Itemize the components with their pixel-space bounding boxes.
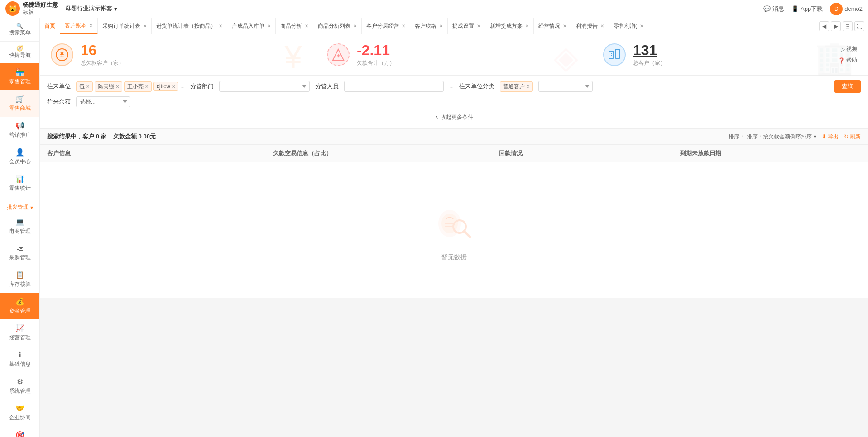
tag-close-unit-3[interactable]: ✕: [145, 84, 149, 89]
message-btn[interactable]: 💬 消息: [763, 5, 784, 13]
tab-purchase-order-stats[interactable]: 采购订单统计表 ✕: [98, 18, 152, 34]
col-header-customer: 客户信息: [47, 149, 273, 157]
tab-close-product-analysis-list[interactable]: ✕: [353, 24, 357, 28]
tab-product-analysis-list[interactable]: 商品分析列表 ✕: [313, 18, 362, 34]
tab-close-product-analysis[interactable]: ✕: [305, 24, 308, 28]
stat-bg-amount-icon: ◈: [554, 39, 578, 76]
filter-more-unit[interactable]: ...: [180, 83, 185, 90]
tab-scroll-left[interactable]: ◀: [819, 21, 829, 31]
sidebar-item-ecom[interactable]: 💻 电商管理: [0, 213, 39, 240]
stat-info-debit-customers: 16 总欠款客户（家）: [81, 43, 124, 67]
filter-select-balance[interactable]: 选择...: [76, 96, 130, 107]
tab-close-customer-ledger[interactable]: ✕: [89, 23, 93, 28]
tag-close-unit-4[interactable]: ✕: [172, 84, 175, 89]
table-header: 客户信息 欠款交易信息（占比） 回款情况 到期未放款日期: [40, 145, 868, 162]
tab-new-push-scheme[interactable]: 新增提成方案 ✕: [485, 18, 534, 34]
filter-tag-unit-class-1[interactable]: 普通客户 ✕: [500, 81, 533, 92]
tab-fullscreen[interactable]: ⛶: [854, 21, 864, 31]
tab-close-customer-tier[interactable]: ✕: [402, 24, 405, 28]
tab-profit-report[interactable]: 利润报告 ✕: [571, 18, 609, 34]
sort-selector[interactable]: 排序： 排序：按欠款金额倒序排序 ▾: [729, 133, 816, 141]
tab-close-customer-contact[interactable]: ✕: [439, 24, 443, 28]
filter-tag-unit-1[interactable]: 伍 ✕: [76, 81, 93, 92]
tab-close-purchase-order-stats[interactable]: ✕: [143, 24, 147, 28]
sidebar-item-ops[interactable]: 📈 经营管理: [0, 319, 39, 346]
table-empty: 暂无数据: [40, 162, 868, 298]
sidebar-item-marketing[interactable]: 📢 营销推广: [0, 117, 39, 143]
sidebar-search[interactable]: 🔍 搜索菜单: [0, 18, 39, 42]
tag-close-unit-class-1[interactable]: ✕: [526, 84, 530, 89]
sidebar-item-zero-retail-mgmt[interactable]: 🏪 零售管理: [0, 63, 39, 90]
tag-close-unit-2[interactable]: ✕: [115, 84, 119, 89]
sidebar-item-enterprise[interactable]: 🤝 企业协同: [0, 399, 39, 426]
stats-row: ¥ 16 总欠款客户（家） ¥ ✦: [40, 34, 868, 76]
tab-close-retail-profit[interactable]: ✕: [640, 24, 643, 28]
svg-text:¥: ¥: [60, 51, 64, 58]
tab-close-new-push-scheme[interactable]: ✕: [525, 24, 529, 28]
tag-close-unit-1[interactable]: ✕: [86, 84, 90, 89]
tab-close-purchase-in-stats[interactable]: ✕: [219, 24, 222, 28]
filter-tags-unit-class: 普通客户 ✕: [500, 81, 533, 92]
tab-ops-situation[interactable]: 经营情况 ✕: [534, 18, 571, 34]
refresh-btn[interactable]: ↻ 刷新: [844, 133, 861, 141]
stat-label-total-customers: 总客户（家）: [633, 59, 666, 67]
tab-push-settings[interactable]: 提成设置 ✕: [448, 18, 485, 34]
chevron-up-icon: ∧: [435, 114, 439, 121]
filter-tag-unit-3[interactable]: 王小亮 ✕: [124, 81, 152, 92]
tab-home[interactable]: 首页: [40, 18, 60, 34]
tab-close-push-settings[interactable]: ✕: [477, 24, 480, 28]
collapse-more-btn[interactable]: ∧ 收起更多条件: [47, 111, 861, 124]
sidebar-item-retail-stats[interactable]: 📊 零售统计: [0, 170, 39, 197]
tabbar-controls: ◀ ▶ ⊟ ⛶: [815, 21, 868, 31]
filter-tag-unit-4[interactable]: cjttcw ✕: [153, 82, 178, 91]
app-download-btn[interactable]: 📱 App下载: [791, 5, 823, 13]
sidebar-item-basic[interactable]: ℹ 基础信息: [0, 346, 39, 373]
sidebar-item-sys[interactable]: ⚙ 系统管理: [0, 373, 39, 399]
tab-product-analysis[interactable]: 商品分析 ✕: [276, 18, 313, 34]
tab-purchase-in-stats[interactable]: 进货单统计表（按商品） ✕: [152, 18, 227, 34]
tab-scroll-right[interactable]: ▶: [831, 21, 841, 31]
stat-icon-total-customers: [603, 43, 626, 66]
table-summary: 搜索结果中，客户 0 家 欠款金额 0.00元: [47, 133, 156, 141]
sidebar-group-batch[interactable]: 批发管理 ▾: [0, 201, 39, 213]
query-button[interactable]: 查询: [834, 80, 861, 93]
filter-input-person[interactable]: [344, 81, 444, 92]
tab-customer-ledger[interactable]: 客户账本 ✕: [60, 18, 98, 34]
sidebar-item-purchase[interactable]: 🛍 采购管理: [0, 240, 39, 266]
tab-close-profit-report[interactable]: ✕: [600, 24, 604, 28]
sidebar-item-finance[interactable]: 💰 资金管理: [0, 293, 39, 319]
handshake-icon: 🤝: [15, 404, 24, 413]
stat-card-total-customers: 131 总客户（家） 🏢 ▷ 视频 ❓ 帮助: [592, 34, 868, 75]
tab-customer-contact[interactable]: 客户联络 ✕: [410, 18, 448, 34]
sidebar-quick-nav[interactable]: 🧭 快捷导航: [0, 42, 39, 63]
sidebar-item-member[interactable]: 👤 会员中心: [0, 143, 39, 170]
tab-menu[interactable]: ⊟: [843, 21, 853, 31]
user-info[interactable]: D demo2: [830, 3, 863, 15]
tab-retail-profit[interactable]: 零售利润( ✕: [609, 18, 648, 34]
filter-select-dept[interactable]: [219, 81, 310, 92]
org-selector[interactable]: 母婴行业演示帐套 ▾: [62, 5, 121, 13]
sidebar-item-zero-retail-mall[interactable]: 🛒 零售商城: [0, 90, 39, 117]
logo-text: 畅捷通好生意 标版: [23, 1, 58, 16]
tab-customer-tier[interactable]: 客户分层经营 ✕: [362, 18, 410, 34]
stat-label-debit-amount: 欠款合计（万）: [357, 59, 395, 67]
stat-bg-customers-icon: 🏢: [815, 39, 854, 76]
stat-info-total-customers: 131 总客户（家）: [633, 43, 666, 67]
tab-close-produce-in[interactable]: ✕: [267, 24, 271, 28]
sidebar-item-newbie[interactable]: 🎯 新手引导: [0, 426, 39, 437]
tabbar: 首页 客户账本 ✕ 采购订单统计表 ✕ 进货单统计表（按商品） ✕ 产成品入库单…: [40, 18, 868, 34]
stat-value-total-customers: 131: [633, 43, 666, 57]
filter-tag-unit-2[interactable]: 陈民强 ✕: [95, 81, 122, 92]
tab-produce-in[interactable]: 产成品入库单 ✕: [227, 18, 276, 34]
filter-more-person[interactable]: ...: [449, 83, 454, 90]
filter-select-unit-class[interactable]: [538, 81, 593, 92]
export-btn[interactable]: ⬇ 导出: [822, 133, 839, 141]
search-icon: 🔍: [4, 23, 36, 29]
filter-label-unit: 往来单位: [47, 82, 71, 90]
sidebar-item-stock[interactable]: 📋 库存核算: [0, 266, 39, 293]
stat-icon-debit-customers: ¥: [51, 43, 73, 66]
tab-close-ops-situation[interactable]: ✕: [563, 24, 566, 28]
svg-text:✦: ✦: [336, 52, 341, 59]
megaphone-icon: 📢: [15, 121, 24, 130]
filter-row-2: 往来余额 选择...: [47, 96, 861, 107]
